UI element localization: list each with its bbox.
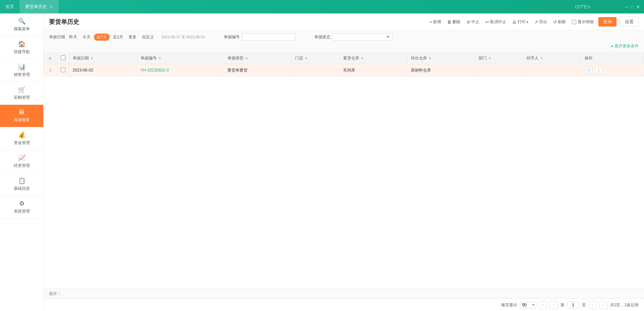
column-dept[interactable]: 部门 ⇅ [475,53,523,64]
row-select-checkbox[interactable] [61,68,65,72]
row-view-button[interactable]: 📄 [585,66,593,74]
maximize-button[interactable]: □ [631,4,634,9]
doc-number-label: 单据编号 [224,34,240,40]
sidebar-item-search[interactable]: 🔍 搜索菜单 [0,13,43,36]
sidebar-item-sales[interactable]: 📊 销售管理 [0,59,43,82]
next-page-button[interactable]: › [589,301,597,309]
query-button[interactable]: 查询 [598,17,616,27]
date-btn-1month[interactable]: 近1月 [111,34,125,41]
setting-button[interactable]: 设置 [620,17,639,27]
add-label: 新增 [433,19,441,25]
data-table: ⚙ 单据日期 ⇅ 单据编号 ⇅ 单据类型 [44,53,644,77]
table-row[interactable]: 1 2023-06-02 YH-20230602-0 要货单要货 车间库 原材料… [44,64,644,77]
table-body: 1 2023-06-02 YH-20230602-0 要货单要货 车间库 原材料… [44,64,644,77]
summary-row: 合计： [49,291,639,297]
sidebar-item-sales-label: 销售管理 [14,72,30,78]
date-label: 单据日期 [49,34,65,40]
chevron-down-icon: ▾ [611,44,613,49]
row-handler [523,64,581,77]
date-btn-more[interactable]: 更多 [126,34,139,41]
content-area: 要货单历史 + 新增 🗑 删除 ⊘ 中止 ↩ 取消中止 [44,13,644,311]
first-page-button[interactable]: « [539,301,547,309]
sidebar-item-finance-label: 资金管理 [14,140,30,146]
sort-reqwh-icon: ⇅ [361,56,364,60]
page-label: 第 [560,302,565,308]
show-detail-label: 显示明细 [578,19,594,25]
show-detail-input[interactable] [572,20,576,24]
cancel-stop-button[interactable]: ↩ 取消中止 [484,18,507,26]
column-action: 操作 [581,53,644,64]
column-date[interactable]: 单据日期 ⇅ [69,53,137,64]
sidebar-item-inventory[interactable]: 🏛 库存核算 [0,105,43,127]
page-header: 要货单历史 + 新增 🗑 删除 ⊘ 中止 ↩ 取消中止 [44,13,644,30]
sidebar-item-shortcut-label: 快捷导航 [14,49,30,55]
row-req-warehouse: 车间库 [340,64,408,77]
refresh-button[interactable]: ↺ 刷新 [552,18,567,26]
print-label: 打印 [518,19,526,25]
tab-doc-history[interactable]: 要货单历史 ✕ [20,0,58,13]
sidebar-item-purchase[interactable]: 🛒 采购管理 [0,82,43,105]
doc-no-link[interactable]: YH-20230602-0 [141,68,169,73]
row-checkbox[interactable] [57,64,69,77]
sidebar-item-basic-info[interactable]: 📋 基础信息 [0,173,43,196]
date-btn-7days[interactable]: 近7天 [94,34,110,41]
doc-number-input[interactable] [242,33,296,41]
show-detail-checkbox[interactable]: 显示明细 [571,18,595,26]
close-window-button[interactable]: ✕ [636,4,640,9]
basic-info-icon: 📋 [18,177,25,184]
add-icon: + [429,19,432,25]
column-doc-no[interactable]: 单据编号 ⇅ [137,53,224,64]
brand-text: OfTEn [575,4,590,9]
prev-page-button[interactable]: ‹ [550,301,558,309]
sidebar-item-finance[interactable]: 💰 资金管理 [0,127,43,150]
per-page-select[interactable]: 20 50 100 [520,302,536,308]
top-bar-tabs: 首页 要货单历史 ✕ [0,0,621,13]
purchase-icon: 🛒 [18,86,25,93]
row-doc-no[interactable]: YH-20230602-0 [137,64,224,77]
date-btn-today[interactable]: 今天 [80,34,93,41]
filter-row: 单据日期 昨天 今天 近7天 近1月 更多 自定义 2023-05-27 至 2… [49,33,639,41]
date-filter: 单据日期 昨天 今天 近7天 近1月 更多 自定义 [49,34,156,41]
sort-docno-icon: ⇅ [158,56,161,60]
print-arrow-icon: ▾ [527,20,528,24]
delete-label: 删除 [452,19,461,25]
delete-button[interactable]: 🗑 删除 [446,18,462,26]
column-doc-type[interactable]: 单据类型 ⇅ [224,53,291,64]
add-button[interactable]: + 新增 [428,18,442,26]
sidebar-item-shortcut[interactable]: 🏠 快捷导航 [0,36,43,59]
stop-button[interactable]: ⊘ 中止 [465,18,481,26]
column-store[interactable]: 门店 ⇅ [291,53,339,64]
stop-label: 中止 [471,19,479,25]
export-button[interactable]: ↗ 导出 [533,18,548,26]
column-req-warehouse[interactable]: 要货仓库 ⇅ [340,53,408,64]
per-page-label: 每页显示 [501,302,517,308]
status-select[interactable] [332,33,393,41]
page-number-input[interactable] [567,302,579,308]
select-all-checkbox[interactable] [61,55,65,60]
page-title: 要货单历史 [49,18,79,26]
sort-dept-icon: ⇅ [488,56,491,60]
column-handler[interactable]: 经手人 ⇅ [523,53,581,64]
home-icon: 🏠 [18,40,25,48]
row-more-button[interactable]: ⋮ [595,66,602,74]
tab-doc-history-close[interactable]: ✕ [50,5,53,9]
sort-store-icon: ⇅ [305,56,308,60]
main-layout: 🔍 搜索菜单 🏠 快捷导航 📊 销售管理 🛒 采购管理 🏛 库存核算 💰 资金管… [0,13,644,311]
expand-more-button[interactable]: ▾ 展开更多条件 [611,43,639,49]
export-label: 导出 [539,19,547,25]
column-config[interactable]: ⚙ [44,53,57,64]
cancel-stop-label: 取消中止 [490,19,506,25]
sidebar-item-system[interactable]: ⚙ 系统管理 [0,196,43,219]
table-footer: 合计： [44,288,644,299]
date-btn-yesterday[interactable]: 昨天 [67,34,79,41]
print-button[interactable]: 🖨 打印 ▾ [511,18,530,26]
last-page-button[interactable]: » [599,301,607,309]
sidebar-item-operations[interactable]: 📈 经营管理 [0,150,43,173]
minimize-button[interactable]: ─ [625,4,628,9]
tab-home[interactable]: 首页 [0,0,20,13]
header-actions: + 新增 🗑 删除 ⊘ 中止 ↩ 取消中止 🖨 打印 [428,17,639,27]
row-no: 1 [44,64,57,77]
search-icon: 🔍 [18,17,25,25]
date-btn-custom[interactable]: 自定义 [140,34,156,41]
column-out-warehouse[interactable]: 待出仓库 ⇅ [408,53,475,64]
